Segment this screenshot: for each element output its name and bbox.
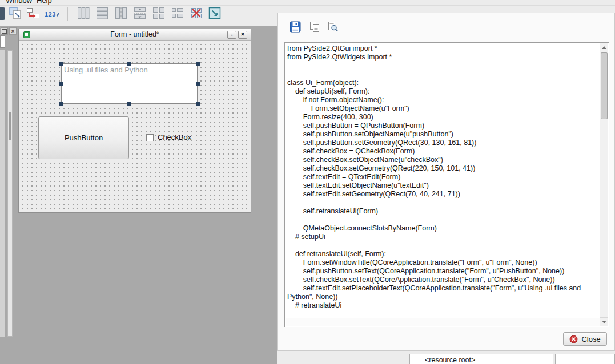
edit-tab-order-icon: 123 (45, 11, 56, 18)
copy-button[interactable] (307, 21, 322, 35)
copy-icon (308, 21, 321, 35)
qt-designer-workspace: Window Help (0, 0, 615, 364)
layout-grid-icon (152, 6, 166, 22)
menubar: Window Help (0, 0, 615, 6)
layout-horizontally-icon (77, 6, 90, 22)
checkbox-indicator[interactable] (146, 134, 154, 141)
selection-handle-top-right[interactable] (196, 62, 200, 66)
form-window-titlebar[interactable]: Form - untitled* - ✕ (19, 29, 251, 41)
code-preview-dialog: from PySide2.QtGui import * from PySide2… (277, 13, 615, 351)
up-triangle-icon (602, 46, 606, 49)
pushbutton-widget[interactable]: PushButton (38, 116, 129, 159)
close-button[interactable]: Close (563, 332, 607, 346)
edit-widgets-icon (8, 6, 23, 23)
form-window-title: Form - untitled* (19, 30, 251, 38)
close-button-label: Close (581, 335, 600, 343)
save-icon (289, 21, 302, 35)
save-button[interactable] (288, 21, 303, 35)
dock-panel-edge (0, 50, 5, 337)
code-view[interactable]: from PySide2.QtGui import * from PySide2… (284, 42, 609, 327)
edit-widgets-button[interactable] (8, 7, 23, 22)
layout-vertically-button[interactable] (95, 7, 110, 22)
code-vertical-scrollbar[interactable] (600, 43, 608, 326)
selection-handle-bottom-middle[interactable] (127, 102, 131, 106)
selection-handle-bottom-left[interactable] (59, 102, 63, 106)
tab-order-pen-icon (56, 10, 59, 18)
scroll-down-arrow[interactable] (600, 317, 608, 326)
dock-float-button[interactable] (1, 27, 8, 35)
layout-horizontal-splitter-icon (114, 6, 128, 22)
down-triangle-icon (602, 321, 606, 323)
layout-vertically-icon (95, 6, 109, 22)
dock-scrollbar-thumb[interactable] (9, 112, 11, 140)
break-layout-icon (190, 6, 203, 22)
generated-python-code: from PySide2.QtGui import * from PySide2… (287, 45, 596, 310)
edit-signals-slots-icon (26, 6, 41, 23)
partial-toolbar-icon[interactable] (0, 7, 5, 20)
dock-close-button[interactable]: ✕ (9, 27, 17, 35)
layout-form-icon (171, 6, 184, 22)
menu-item-window[interactable]: Window (6, 0, 32, 5)
textedit-placeholder-text: Using .ui files and Python (64, 66, 148, 74)
toolbar-separator (67, 7, 68, 21)
scroll-up-arrow[interactable] (600, 43, 608, 52)
selection-handle-middle-right[interactable] (196, 82, 200, 86)
break-layout-button[interactable] (189, 7, 204, 22)
panel-fragment (555, 354, 615, 364)
adjust-size-button[interactable] (207, 7, 222, 22)
textedit-widget[interactable]: Using .ui files and Python (61, 63, 198, 104)
adjust-size-icon (208, 6, 222, 22)
close-circle-icon (569, 335, 578, 343)
page-search-icon (327, 21, 339, 35)
find-button[interactable] (325, 21, 340, 35)
layout-vertical-splitter-button[interactable] (132, 7, 147, 22)
resource-root-item[interactable]: <resource root> (425, 356, 475, 364)
form-editor-window: Form - untitled* - ✕ Using .ui files and… (18, 29, 251, 213)
layout-vertical-splitter-icon (133, 6, 147, 22)
toolbar-separator (204, 7, 204, 21)
selection-handle-middle-left[interactable] (59, 82, 63, 86)
dock-panel-fragment (0, 35, 5, 48)
dock-float-icon (2, 29, 7, 34)
code-horizontal-scrollbar[interactable] (286, 318, 600, 326)
form-close-button[interactable]: ✕ (238, 31, 247, 39)
form-minimize-button[interactable]: - (227, 31, 236, 39)
dock-close-icon: ✕ (11, 29, 15, 34)
form-design-canvas[interactable]: Using .ui files and Python PushButton Ch… (19, 41, 251, 212)
selection-handle-bottom-right[interactable] (196, 102, 200, 106)
layout-grid-button[interactable] (151, 7, 166, 22)
edit-tab-order-button[interactable]: 123 (45, 7, 59, 22)
bottom-panel-strip: <resource root> (277, 351, 615, 364)
layout-horizontal-splitter-button[interactable] (114, 7, 128, 22)
edit-signals-slots-button[interactable] (26, 7, 41, 22)
selection-handle-top-left[interactable] (59, 62, 63, 66)
resource-browser-fragment: <resource root> (409, 354, 553, 364)
layout-form-button[interactable] (170, 7, 185, 22)
dock-scrollbar[interactable] (7, 50, 13, 337)
scrollbar-thumb[interactable] (601, 52, 608, 119)
layout-horizontally-button[interactable] (76, 7, 91, 22)
menu-item-help[interactable]: Help (37, 0, 52, 5)
checkbox-widget-label[interactable]: CheckBox (158, 133, 191, 141)
selection-handle-top-middle[interactable] (127, 62, 131, 66)
